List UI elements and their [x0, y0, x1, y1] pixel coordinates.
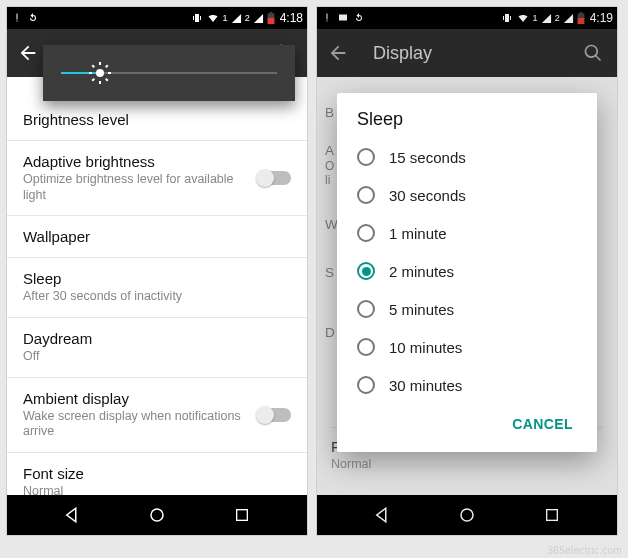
- dialog-title: Sleep: [337, 109, 597, 138]
- row-ambient-display[interactable]: Ambient display Wake screen display when…: [7, 378, 307, 453]
- priority-icon: [11, 12, 23, 24]
- radio-option-30m[interactable]: 30 minutes: [337, 366, 597, 404]
- radio-label: 10 minutes: [389, 339, 462, 356]
- radio-option-30s[interactable]: 30 seconds: [337, 176, 597, 214]
- row-title: Font size: [23, 465, 291, 482]
- row-title: Ambient display: [23, 390, 257, 407]
- radio-option-15s[interactable]: 15 seconds: [337, 138, 597, 176]
- sim2-label: 2: [245, 13, 250, 23]
- battery-icon: [267, 12, 275, 24]
- radio-icon: [357, 224, 375, 242]
- row-subtitle: Normal: [23, 484, 291, 495]
- radio-label: 1 minute: [389, 225, 447, 242]
- status-bar: 1 2 4:18: [7, 7, 307, 29]
- sim1-label: 1: [223, 13, 228, 23]
- svg-line-11: [106, 65, 108, 67]
- nav-home-button[interactable]: [137, 495, 177, 535]
- svg-line-8: [92, 65, 94, 67]
- brightness-slider-thumb[interactable]: [88, 61, 112, 85]
- row-daydream[interactable]: Daydream Off: [7, 318, 307, 378]
- radio-label: 30 seconds: [389, 187, 466, 204]
- brightness-slider-panel: [43, 45, 295, 101]
- signal2-icon: [253, 13, 264, 24]
- sleep-dialog: Sleep 15 seconds 30 seconds 1 minute 2 m…: [337, 93, 597, 452]
- radio-label: 15 seconds: [389, 149, 466, 166]
- row-title: Sleep: [23, 270, 291, 287]
- row-wallpaper[interactable]: Wallpaper: [7, 216, 307, 258]
- screen-right: 1 2 4:19 Display: [316, 6, 618, 536]
- radio-option-10m[interactable]: 10 minutes: [337, 328, 597, 366]
- settings-list: Brightness level Adaptive brightness Opt…: [7, 77, 307, 495]
- row-adaptive-brightness[interactable]: Adaptive brightness Optimize brightness …: [7, 141, 307, 216]
- adaptive-brightness-toggle[interactable]: [257, 171, 291, 185]
- radio-icon: [357, 148, 375, 166]
- vibrate-icon: [191, 12, 203, 24]
- svg-line-9: [106, 79, 108, 81]
- svg-point-3: [96, 69, 104, 77]
- radio-icon: [357, 262, 375, 280]
- svg-rect-2: [269, 12, 272, 13]
- radio-option-2m[interactable]: 2 minutes: [337, 252, 597, 290]
- row-title: Daydream: [23, 330, 291, 347]
- row-title: Adaptive brightness: [23, 153, 257, 170]
- radio-icon: [357, 300, 375, 318]
- row-subtitle: Wake screen display when notifications a…: [23, 409, 257, 440]
- signal1-icon: [231, 13, 242, 24]
- radio-option-5m[interactable]: 5 minutes: [337, 290, 597, 328]
- screen-left: 1 2 4:18: [6, 6, 308, 536]
- clock: 4:18: [280, 11, 303, 25]
- row-title: Brightness level: [23, 111, 291, 128]
- radio-label: 30 minutes: [389, 377, 462, 394]
- back-button[interactable]: [17, 39, 45, 67]
- nav-back-button[interactable]: [52, 495, 92, 535]
- radio-label: 2 minutes: [389, 263, 454, 280]
- svg-rect-1: [267, 18, 274, 24]
- svg-point-12: [151, 509, 163, 521]
- brightness-slider[interactable]: [61, 72, 277, 74]
- row-subtitle: Optimize brightness level for available …: [23, 172, 257, 203]
- svg-line-10: [92, 79, 94, 81]
- ambient-display-toggle[interactable]: [257, 408, 291, 422]
- radio-icon: [357, 376, 375, 394]
- wifi-icon: [206, 12, 220, 24]
- cancel-button[interactable]: CANCEL: [500, 408, 585, 440]
- svg-rect-13: [237, 510, 248, 521]
- sync-icon: [27, 12, 39, 24]
- row-subtitle: After 30 seconds of inactivity: [23, 289, 291, 305]
- radio-icon: [357, 338, 375, 356]
- radio-option-1m[interactable]: 1 minute: [337, 214, 597, 252]
- system-nav-bar: [7, 495, 307, 535]
- watermark: 365electric.com: [547, 545, 622, 556]
- row-title: Wallpaper: [23, 228, 291, 245]
- row-font-size[interactable]: Font size Normal: [7, 453, 307, 495]
- radio-label: 5 minutes: [389, 301, 454, 318]
- nav-recent-button[interactable]: [222, 495, 262, 535]
- row-subtitle: Off: [23, 349, 291, 365]
- row-sleep[interactable]: Sleep After 30 seconds of inactivity: [7, 258, 307, 318]
- radio-icon: [357, 186, 375, 204]
